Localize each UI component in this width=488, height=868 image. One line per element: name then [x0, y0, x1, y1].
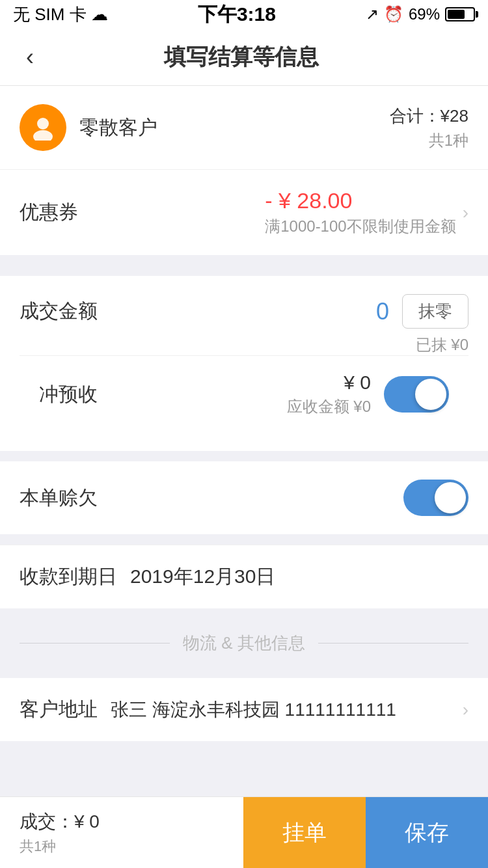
- toggle-knob: [415, 379, 446, 410]
- section-divider-2: [0, 451, 488, 461]
- amount-right-group: 0 抹零: [376, 294, 468, 329]
- hold-button[interactable]: 挂单: [243, 797, 366, 868]
- customer-name: 零散客户: [79, 115, 157, 141]
- round-off-button[interactable]: 抹零: [402, 294, 468, 329]
- prepay-amount-group: ¥ 0 应收金额 ¥0: [287, 372, 371, 417]
- already-rounded-label: 已抹 ¥0: [416, 336, 468, 353]
- total-label: 合计：¥28: [390, 105, 468, 128]
- customer-section: 零散客户 合计：¥28 共1种 优惠券 - ¥ 28.00 满1000-100不…: [0, 86, 488, 255]
- due-date-section: 收款到期日 2019年12月30日: [0, 545, 488, 608]
- prepay-right: ¥ 0 应收金额 ¥0: [287, 372, 449, 417]
- logistics-label: 物流 & 其他信息: [183, 632, 305, 655]
- bottom-deal-amount: 成交：¥ 0: [20, 809, 224, 834]
- coupon-label: 优惠券: [20, 199, 78, 226]
- status-time: 下午3:18: [198, 1, 276, 28]
- svg-point-1: [33, 130, 53, 141]
- prepay-label: 冲预收: [39, 381, 98, 408]
- due-date-content: 收款到期日 2019年12月30日: [20, 563, 468, 590]
- logistics-divider: 物流 & 其他信息: [0, 619, 488, 668]
- chevron-right-icon: ›: [463, 202, 468, 223]
- coupon-right-text: - ¥ 28.00 满1000-100不限制使用金额: [265, 188, 455, 237]
- coupon-desc: 满1000-100不限制使用金额: [265, 216, 455, 237]
- amount-row: 成交金额 0 抹零: [20, 294, 468, 329]
- debt-section: 本单赊欠: [0, 461, 488, 534]
- status-bar: 无 SIM 卡 ☁ 下午3:18 ↗ ⏰ 69%: [0, 0, 488, 29]
- section-divider-3: [0, 608, 488, 619]
- battery-icon: [445, 7, 475, 21]
- address-chevron-icon: ›: [463, 699, 468, 720]
- save-button[interactable]: 保存: [366, 797, 488, 868]
- back-button[interactable]: ‹: [20, 37, 40, 77]
- debt-toggle[interactable]: [403, 480, 468, 516]
- location-icon: ↗: [366, 5, 379, 23]
- customer-left: 零散客户: [20, 104, 157, 151]
- coupon-value: - ¥ 28.00: [265, 188, 455, 213]
- section-divider-4: [0, 668, 488, 678]
- address-value: 张三 海淀永丰科技园 11111111111: [111, 698, 450, 722]
- deal-amount: ¥ 0: [74, 811, 100, 832]
- debt-label: 本单赊欠: [20, 485, 98, 511]
- customer-right: 合计：¥28 共1种: [390, 105, 468, 151]
- total-count: 共1种: [390, 130, 468, 151]
- debt-toggle-knob: [435, 482, 466, 513]
- coupon-right: - ¥ 28.00 满1000-100不限制使用金额 ›: [265, 188, 468, 237]
- deal-label: 成交：: [20, 811, 74, 832]
- due-date-label: 收款到期日: [20, 563, 117, 590]
- customer-row: 零散客户 合计：¥28 共1种: [0, 86, 488, 169]
- avatar: [20, 104, 66, 151]
- prepay-sub: 应收金额 ¥0: [287, 396, 371, 417]
- address-label: 客户地址: [20, 696, 98, 723]
- nav-bar: ‹ 填写结算等信息: [0, 29, 488, 86]
- battery-label: 69%: [409, 5, 440, 23]
- due-date-value: 2019年12月30日: [130, 563, 275, 590]
- amount-value: 0: [376, 298, 389, 325]
- no-sim-label: 无 SIM 卡 ☁: [13, 3, 108, 26]
- bottom-count: 共1种: [20, 837, 224, 856]
- prepay-amount: ¥ 0: [287, 372, 371, 394]
- prepay-toggle[interactable]: [384, 376, 449, 413]
- svg-point-0: [37, 118, 49, 129]
- bottom-bar: 成交：¥ 0 共1种 挂单 保存: [0, 796, 488, 868]
- alarm-icon: ⏰: [384, 5, 403, 23]
- bottom-summary: 成交：¥ 0 共1种: [0, 809, 243, 856]
- content-area: 零散客户 合计：¥28 共1种 优惠券 - ¥ 28.00 满1000-100不…: [0, 86, 488, 830]
- prepay-row: 冲预收 ¥ 0 应收金额 ¥0: [20, 355, 468, 433]
- coupon-row[interactable]: 优惠券 - ¥ 28.00 满1000-100不限制使用金额 ›: [0, 169, 488, 255]
- divider-line-left: [20, 643, 170, 644]
- amount-section: 成交金额 0 抹零 已抹 ¥0 冲预收 ¥ 0 应收金额 ¥0: [0, 276, 488, 451]
- status-left: 无 SIM 卡 ☁: [13, 3, 108, 26]
- status-right: ↗ ⏰ 69%: [366, 5, 475, 23]
- address-section[interactable]: 客户地址 张三 海淀永丰科技园 11111111111 ›: [0, 678, 488, 741]
- page-title: 填写结算等信息: [40, 42, 442, 72]
- section-divider-1: [0, 265, 488, 276]
- amount-label: 成交金额: [20, 298, 98, 325]
- divider-line-right: [318, 643, 468, 644]
